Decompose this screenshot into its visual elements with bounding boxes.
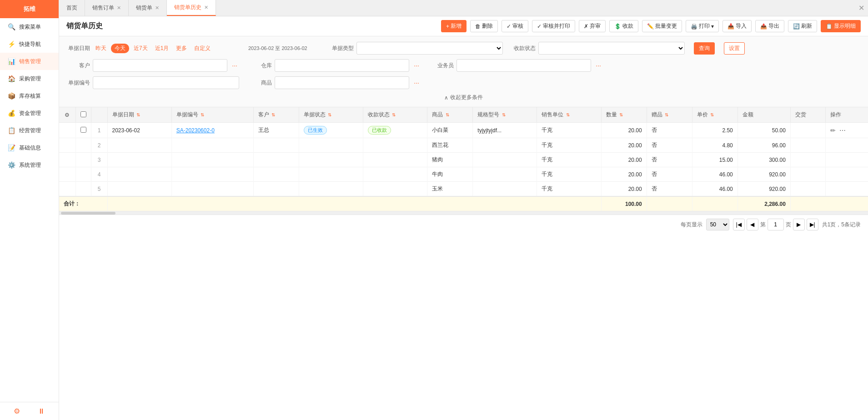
sidebar-item-finance[interactable]: 💰 资金管理: [0, 105, 59, 122]
settings-filter-button[interactable]: 设置: [724, 42, 745, 55]
close-all-button[interactable]: ✕: [858, 4, 864, 12]
tab-sales-order-close[interactable]: ✕: [117, 5, 121, 11]
per-page-select[interactable]: 50 100 200: [706, 219, 729, 230]
yesterday-btn[interactable]: 昨天: [93, 44, 109, 53]
tab-sales-goods-close[interactable]: ✕: [155, 5, 159, 11]
row-transaction: [790, 182, 825, 197]
discard-button[interactable]: ✗ 弃审: [579, 20, 606, 32]
7days-btn[interactable]: 近7天: [131, 44, 151, 53]
today-btn[interactable]: 今天: [111, 44, 129, 53]
filter-goods: 商品 ···: [248, 76, 421, 89]
horizontal-scrollbar[interactable]: [59, 211, 868, 215]
row-check[interactable]: [80, 127, 86, 133]
staff-ellipsis[interactable]: ···: [594, 62, 603, 69]
tab-home[interactable]: 首页: [59, 0, 85, 16]
more-btn[interactable]: 更多: [173, 44, 190, 53]
row-spec: tyjyjtyjdf...: [473, 123, 537, 138]
next-page-button[interactable]: ▶: [793, 219, 805, 230]
custom-btn[interactable]: 自定义: [191, 44, 213, 53]
sidebar-settings-icon[interactable]: ⚙: [14, 407, 20, 415]
sidebar-item-purchase[interactable]: 🏠 采购管理: [0, 70, 59, 87]
sidebar-collapse-icon[interactable]: ⏸: [38, 407, 45, 415]
row-checkbox[interactable]: [75, 153, 91, 167]
date-filter-controls: 昨天 今天 近7天 近1月 更多 自定义: [93, 44, 239, 53]
sidebar-item-basic[interactable]: 📝 基础信息: [0, 139, 59, 156]
export-button[interactable]: 📤 导出: [755, 20, 784, 32]
row-price: 46.00: [692, 167, 738, 182]
col-spec[interactable]: 规格型号 ⇅: [473, 107, 537, 123]
pay-status-badge: 已收款: [368, 126, 391, 135]
receive-button[interactable]: 💲 收款: [609, 20, 638, 32]
row-transaction: [790, 138, 825, 153]
tab-sales-goods[interactable]: 销货单 ✕: [129, 0, 167, 16]
col-date[interactable]: 单据日期 ⇅: [107, 107, 171, 123]
staff-input[interactable]: [457, 59, 591, 72]
prev-page-button[interactable]: ◀: [747, 219, 758, 230]
edit-icon[interactable]: ✏: [830, 127, 836, 134]
batch-change-button[interactable]: ✏️ 批量变更: [642, 20, 682, 32]
refresh-button[interactable]: 🔄 刷新: [788, 20, 817, 32]
audit-button[interactable]: ✓ 审核: [502, 20, 528, 32]
1month-btn[interactable]: 近1月: [152, 44, 172, 53]
page-input[interactable]: [768, 219, 784, 230]
goods-ellipsis[interactable]: ···: [412, 79, 421, 86]
row-checkbox[interactable]: [75, 123, 91, 138]
collapse-button[interactable]: ∧ 收起更多条件: [444, 94, 483, 101]
delete-button[interactable]: 🗑 删除: [470, 20, 498, 32]
doc-num-input[interactable]: [93, 76, 239, 89]
last-page-button[interactable]: ▶|: [807, 219, 818, 230]
goods-input[interactable]: [275, 76, 409, 89]
warehouse-ellipsis[interactable]: ···: [412, 62, 421, 69]
sidebar-item-system[interactable]: ⚙️ 系统管理: [0, 156, 59, 174]
col-amount: 金额: [738, 107, 790, 123]
col-price[interactable]: 单价 ⇅: [692, 107, 738, 123]
col-goods[interactable]: 商品 ⇅: [427, 107, 473, 123]
tab-sales-order[interactable]: 销售订单 ✕: [85, 0, 129, 16]
query-button[interactable]: 查询: [694, 42, 715, 55]
col-docnum[interactable]: 单据编号 ⇅: [171, 107, 253, 123]
col-qty[interactable]: 数量 ⇅: [601, 107, 647, 123]
row-docstatus: [299, 138, 363, 153]
row-spec: [473, 167, 537, 182]
col-unit[interactable]: 销售单位 ⇅: [537, 107, 601, 123]
col-checkbox[interactable]: [75, 107, 91, 123]
row-checkbox[interactable]: [75, 138, 91, 153]
row-docnum[interactable]: SA-20230602-0: [171, 123, 253, 138]
print-button[interactable]: 🖨️ 打印 ▾: [686, 20, 719, 32]
col-gift[interactable]: 赠品 ⇅: [647, 107, 692, 123]
tab-sales-history-close[interactable]: ✕: [204, 5, 208, 10]
col-paystatus[interactable]: 收款状态 ⇅: [363, 107, 427, 123]
row-checkbox[interactable]: [75, 167, 91, 182]
audit-print-button[interactable]: ✓ 审核并打印: [532, 20, 575, 32]
print-dropdown-icon: ▾: [711, 23, 714, 30]
row-spec: [473, 182, 537, 197]
import-button[interactable]: 📥 导入: [722, 20, 752, 32]
row-docnum: [171, 153, 253, 167]
row-checkbox[interactable]: [75, 182, 91, 197]
col-settings[interactable]: ⚙: [59, 107, 75, 123]
sidebar-item-sales[interactable]: 📊 销售管理: [0, 53, 59, 70]
select-all-checkbox[interactable]: [80, 111, 86, 117]
more-action-icon[interactable]: ⋯: [839, 127, 846, 134]
payment-status-select[interactable]: [538, 42, 685, 55]
customer-input[interactable]: [93, 59, 227, 72]
new-button[interactable]: + 新增: [441, 20, 467, 32]
tab-sales-goods-label: 销货单: [136, 4, 152, 12]
doc-num-link[interactable]: SA-20230602-0: [176, 127, 215, 134]
sidebar-item-search[interactable]: 🔍 搜索菜单: [0, 18, 59, 35]
filter-doc-type: 单据类型: [330, 42, 503, 55]
tab-sales-history[interactable]: 销货单历史 ✕: [167, 0, 216, 16]
col-docstatus[interactable]: 单据状态 ⇅: [299, 107, 363, 123]
customer-ellipsis[interactable]: ···: [230, 62, 239, 69]
first-page-button[interactable]: |◀: [733, 219, 745, 230]
show-detail-button[interactable]: 📋 显示明细: [821, 20, 861, 32]
col-customer[interactable]: 客户 ⇅: [253, 107, 299, 123]
doc-type-select[interactable]: [356, 42, 503, 55]
row-unit: 千克: [537, 123, 601, 138]
row-settings: [59, 167, 75, 182]
sidebar-item-operation[interactable]: 📋 经营管理: [0, 122, 59, 139]
sidebar-item-inventory[interactable]: 📦 库存核算: [0, 87, 59, 105]
scroll-thumb[interactable]: [61, 212, 115, 215]
sidebar-item-quicknav[interactable]: ⚡ 快捷导航: [0, 35, 59, 53]
warehouse-input[interactable]: [275, 59, 409, 72]
